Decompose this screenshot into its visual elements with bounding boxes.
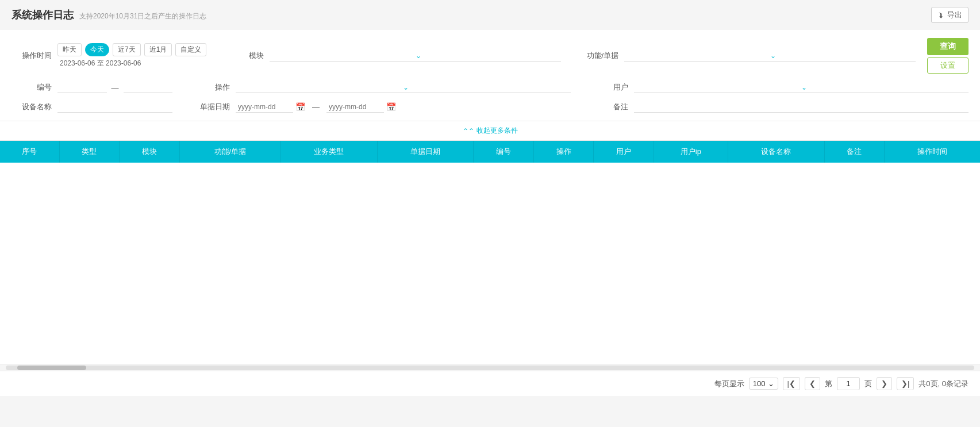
page-input[interactable]: [837, 377, 860, 390]
time-btn-custom[interactable]: 自定义: [175, 43, 206, 56]
filter-row-1: 操作时间 昨天 今天 近7天 近1月 自定义 2023-06-06 至 2023…: [11, 38, 969, 74]
time-btn-1month[interactable]: 近1月: [144, 43, 172, 56]
time-range: 2023-06-06 至 2023-06-06: [60, 59, 206, 68]
page-title: 系统操作日志: [11, 8, 74, 22]
number-end-input[interactable]: [124, 82, 173, 93]
remark-input[interactable]: [634, 101, 969, 113]
page-header: 系统操作日志 支持2020年10月31日之后产生的操作日志 ⮯ 导出: [0, 0, 980, 30]
action-buttons: 查询 设置: [927, 38, 969, 74]
col-number: 编号: [474, 141, 533, 163]
page-subtitle: 支持2020年10月31日之后产生的操作日志: [79, 11, 206, 21]
table-head: 序号 类型 模块 功能/单据 业务类型 单据日期 编号 操作 用户 用户ip 设…: [0, 141, 980, 163]
time-btn-7days[interactable]: 近7天: [113, 43, 141, 56]
operation-group: 操作 ⌄: [190, 82, 571, 93]
per-page-label: 每页显示: [714, 379, 744, 389]
user-group: 用户 ⌄: [588, 82, 969, 93]
date-start-calendar-icon[interactable]: 📅: [295, 102, 305, 111]
scrollbar-track[interactable]: [6, 366, 974, 370]
data-table: 序号 类型 模块 功能/单据 业务类型 单据日期 编号 操作 用户 用户ip 设…: [0, 141, 980, 163]
col-user: 用户: [594, 141, 654, 163]
module-label: 模块: [224, 51, 264, 61]
remark-group: 备注: [588, 101, 969, 113]
date-start-input[interactable]: [236, 102, 293, 113]
col-user-ip: 用户ip: [654, 141, 728, 163]
prev-page-button[interactable]: ❮: [805, 377, 820, 390]
per-page-chevron-icon: ⌄: [768, 379, 774, 388]
page-header-left: 系统操作日志 支持2020年10月31日之后产生的操作日志: [11, 8, 206, 22]
operation-chevron-icon: ⌄: [403, 83, 568, 91]
module-select[interactable]: ⌄: [270, 51, 561, 61]
per-page-value: 100: [753, 379, 766, 388]
query-button[interactable]: 查询: [927, 38, 969, 55]
function-label: 功能/单据: [578, 51, 618, 61]
col-op-time: 操作时间: [884, 141, 980, 163]
collapse-label: 收起更多条件: [476, 126, 518, 136]
col-doc-date: 单据日期: [377, 141, 474, 163]
function-chevron-icon: ⌄: [770, 52, 913, 60]
page-label: 第: [825, 379, 832, 389]
col-type: 类型: [59, 141, 119, 163]
filter-row-2: 编号 — 操作 ⌄ 用户 ⌄: [11, 82, 969, 93]
date-label: 单据日期: [190, 102, 230, 112]
table-header-row: 序号 类型 模块 功能/单据 业务类型 单据日期 编号 操作 用户 用户ip 设…: [0, 141, 980, 163]
number-dash: —: [112, 83, 119, 92]
module-chevron-icon: ⌄: [416, 52, 559, 60]
last-page-button[interactable]: ❯|: [897, 377, 914, 390]
scrollbar-thumb[interactable]: [17, 366, 86, 370]
page-suffix: 页: [864, 379, 872, 389]
remark-label: 备注: [588, 102, 628, 112]
first-page-button[interactable]: |❮: [783, 377, 800, 390]
module-group: 模块 ⌄: [224, 51, 561, 61]
next-page-button[interactable]: ❯: [877, 377, 892, 390]
time-btn-yesterday[interactable]: 昨天: [57, 43, 82, 56]
user-label: 用户: [588, 82, 628, 93]
total-label: 共0页, 0条记录: [918, 379, 969, 389]
col-module: 模块: [120, 141, 179, 163]
col-index: 序号: [0, 141, 59, 163]
filter-section: 操作时间 昨天 今天 近7天 近1月 自定义 2023-06-06 至 2023…: [0, 30, 980, 121]
empty-area: [0, 163, 980, 364]
export-button[interactable]: ⮯ 导出: [931, 7, 969, 23]
export-icon: ⮯: [937, 11, 945, 20]
time-label: 操作时间: [11, 51, 52, 61]
date-end-calendar-icon[interactable]: 📅: [386, 102, 396, 111]
function-group: 功能/单据 ⌄: [578, 51, 916, 61]
time-btn-today[interactable]: 今天: [85, 43, 109, 56]
export-label: 导出: [947, 10, 962, 20]
col-function: 功能/单据: [179, 141, 280, 163]
collapse-chevron-icon: ⌃⌃: [463, 127, 474, 135]
scrollbar-area: [0, 364, 980, 371]
col-device: 设备名称: [728, 141, 824, 163]
operation-label: 操作: [190, 82, 230, 93]
filter-row-3: 设备名称 单据日期 📅 — 📅 备注: [11, 101, 969, 113]
date-dash: —: [312, 103, 320, 111]
col-remark: 备注: [824, 141, 884, 163]
col-operation: 操作: [533, 141, 593, 163]
user-select[interactable]: ⌄: [634, 82, 969, 93]
function-select[interactable]: ⌄: [624, 51, 916, 61]
date-end-input[interactable]: [326, 102, 384, 113]
number-start-input[interactable]: [57, 82, 107, 93]
collapse-bar[interactable]: ⌃⌃ 收起更多条件: [0, 121, 980, 141]
date-group: 单据日期 📅 — 📅: [190, 102, 571, 113]
table-container: 序号 类型 模块 功能/单据 业务类型 单据日期 编号 操作 用户 用户ip 设…: [0, 141, 980, 364]
settings-button[interactable]: 设置: [927, 57, 969, 74]
device-input[interactable]: [57, 101, 172, 113]
operation-select[interactable]: ⌄: [236, 82, 571, 93]
per-page-select[interactable]: 100 ⌄: [749, 378, 778, 390]
col-biz-type: 业务类型: [281, 141, 378, 163]
pagination-bar: 每页显示 100 ⌄ |❮ ❮ 第 页 ❯ ❯| 共0页, 0条记录: [0, 371, 980, 396]
date-range-wrap: 📅 — 📅: [236, 102, 396, 113]
number-label: 编号: [11, 82, 52, 93]
time-options: 昨天 今天 近7天 近1月 自定义: [57, 43, 206, 56]
user-chevron-icon: ⌄: [801, 83, 966, 91]
device-label: 设备名称: [11, 102, 52, 112]
